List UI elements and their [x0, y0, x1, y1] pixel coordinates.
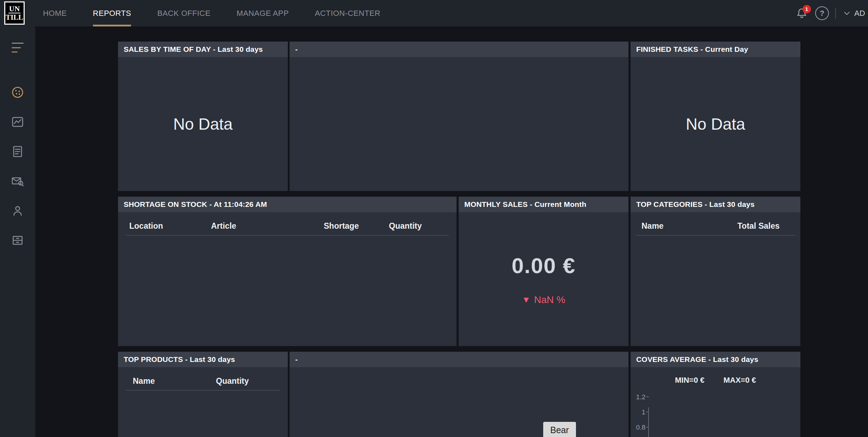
y-axis-tick [646, 412, 649, 412]
sidebar [0, 26, 35, 437]
column-quantity: Quantity [216, 376, 249, 386]
panel-title: MONTHLY SALES - Current Month [459, 197, 628, 212]
help-button[interactable]: ? [815, 6, 829, 20]
monthly-sales-trend: ▼ NaN % [522, 294, 565, 306]
panel-sales-by-time-of-day: SALES BY TIME OF DAY - Last 30 days No D… [118, 42, 288, 191]
panel-finished-tasks: FINISHED TASKS - Current Day No Data [631, 42, 800, 191]
y-tick-label: 1.2 [631, 393, 645, 401]
no-data-text: No Data [686, 115, 745, 134]
documents-icon[interactable] [11, 145, 24, 158]
panel-top-products: TOP PRODUCTS - Last 30 days Name Quantit… [118, 352, 288, 437]
y-axis-tick [646, 396, 649, 397]
panel-title: COVERS AVERAGE - Last 30 days [631, 352, 800, 367]
chart-tooltip: Bear [543, 422, 576, 437]
nav-item-back-office[interactable]: BACK OFFICE [157, 0, 210, 26]
user-menu[interactable]: AD [842, 9, 865, 18]
column-quantity: Quantity [389, 221, 422, 231]
top-products-table-header: Name Quantity [126, 376, 280, 390]
notification-badge: 1 [802, 5, 811, 13]
menu-icon[interactable] [12, 43, 24, 53]
panel-unnamed-bottom: - Bear [290, 352, 628, 437]
trend-down-icon: ▼ [522, 295, 531, 305]
mail-search-icon[interactable] [11, 174, 24, 188]
column-total-sales: Total Sales [737, 221, 780, 231]
nav-item-action-center[interactable]: ACTION-CENTER [315, 0, 380, 26]
top-categories-table-header: Name Total Sales [636, 221, 795, 235]
topbar-divider [835, 8, 836, 19]
y-tick-label: 0.8 [631, 424, 645, 431]
column-article: Article [211, 221, 324, 231]
logo-line-2: TILL [6, 13, 23, 21]
panel-monthly-sales: MONTHLY SALES - Current Month 0.00 € ▼ N… [459, 197, 628, 346]
shortage-table-header: Location Article Shortage Quantity [126, 221, 449, 235]
y-tick-label: 1 [631, 408, 645, 416]
panel-covers-average: COVERS AVERAGE - Last 30 days MIN=0 € MA… [631, 352, 800, 437]
column-shortage: Shortage [324, 221, 389, 231]
panel-shortage-on-stock: SHORTAGE ON STOCK - At 11:04:26 AM Locat… [118, 197, 457, 346]
chevron-down-icon [842, 9, 851, 18]
dashboard-icon[interactable] [11, 86, 24, 99]
column-location: Location [129, 221, 211, 231]
covers-average-chart: 1.2 1 0.8 [631, 367, 800, 437]
panel-title: FINISHED TASKS - Current Day [631, 42, 800, 57]
sales-media-icon[interactable] [11, 115, 24, 129]
nav-item-home[interactable]: HOME [43, 0, 67, 26]
panel-title: - [290, 42, 628, 57]
trend-text: NaN % [534, 294, 565, 306]
column-name: Name [641, 221, 664, 231]
nav-item-reports[interactable]: REPORTS [93, 0, 131, 26]
logo-line-1: UN [8, 5, 20, 13]
dashboard-area: SALES BY TIME OF DAY - Last 30 days No D… [35, 26, 868, 437]
notifications-button[interactable]: 1 [795, 6, 809, 20]
panel-title: SALES BY TIME OF DAY - Last 30 days [118, 42, 288, 57]
panel-title: TOP CATEGORIES - Last 30 days [631, 197, 800, 212]
stock-icon[interactable] [11, 234, 24, 247]
app-logo: UN TILL [4, 1, 25, 25]
monthly-sales-value: 0.00 € [512, 253, 575, 278]
no-data-text: No Data [173, 115, 233, 134]
panel-title: SHORTAGE ON STOCK - At 11:04:26 AM [118, 197, 457, 212]
topbar-right: 1 ? AD [795, 0, 865, 26]
user-label: AD [854, 9, 865, 18]
customers-icon[interactable] [11, 204, 24, 217]
main-nav: HOME REPORTS BACK OFFICE MANAGE APP ACTI… [43, 0, 380, 26]
panel-unnamed-top: - [290, 42, 628, 191]
sidebar-icons [11, 86, 24, 247]
panel-title: - [290, 352, 628, 367]
y-axis-tick [646, 427, 649, 427]
column-name: Name [133, 376, 216, 386]
nav-item-manage-app[interactable]: MANAGE APP [236, 0, 289, 26]
panel-top-categories: TOP CATEGORIES - Last 30 days Name Total… [631, 197, 800, 346]
top-bar: UN TILL HOME REPORTS BACK OFFICE MANAGE … [0, 0, 868, 26]
panel-title: TOP PRODUCTS - Last 30 days [118, 352, 288, 367]
